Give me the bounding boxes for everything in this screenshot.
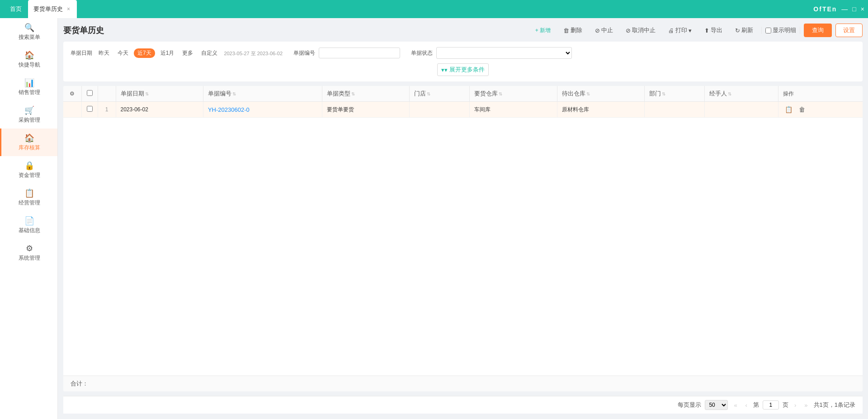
per-page-label: 每页显示 bbox=[678, 401, 701, 409]
home-icon: 🏠 bbox=[24, 51, 34, 59]
shortcut-today[interactable]: 今天 bbox=[115, 48, 131, 58]
tab-close-icon[interactable]: × bbox=[66, 5, 71, 13]
expand-filter-button[interactable]: ▾▾ 展开更多条件 bbox=[437, 63, 489, 76]
sidebar-label-system: 系统管理 bbox=[19, 254, 40, 262]
operations-icon: 📋 bbox=[24, 189, 34, 197]
row-pending-warehouse-cell: 原材料仓库 bbox=[557, 102, 644, 118]
basic-info-icon: 📄 bbox=[24, 217, 34, 225]
refresh-button[interactable]: ↻ 刷新 bbox=[731, 24, 758, 37]
status-select[interactable] bbox=[436, 47, 572, 59]
page-label: 页 bbox=[783, 401, 788, 409]
col-checkbox bbox=[81, 86, 98, 102]
table-container: ⚙ 单据日期 ⇅ bbox=[63, 86, 863, 376]
row-docno-cell[interactable]: YH-20230602-0 bbox=[203, 102, 322, 118]
table-area: ⚙ 单据日期 ⇅ bbox=[63, 86, 863, 391]
col-docno[interactable]: 单据编号 ⇅ bbox=[203, 86, 322, 102]
toolbar-divider2 bbox=[800, 27, 800, 34]
col-doctype[interactable]: 单据类型 ⇅ bbox=[322, 86, 409, 102]
total-label: 合计： bbox=[71, 380, 88, 387]
brand-text: OfTEn bbox=[813, 5, 837, 13]
per-page-select[interactable]: 50 10 20 100 bbox=[705, 400, 728, 410]
docno-input[interactable] bbox=[319, 48, 400, 58]
export-icon: ⬆ bbox=[704, 27, 709, 34]
row-department-cell bbox=[644, 102, 704, 118]
sidebar: 🔍 搜索菜单 🏠 快捷导航 📊 销售管理 🛒 采购管理 🏠 库存核算 🔒 资金管… bbox=[0, 18, 58, 419]
page-jump-label: 第 bbox=[753, 401, 759, 409]
docno-filter: 单据编号 bbox=[293, 48, 400, 58]
sales-icon: 📊 bbox=[24, 79, 34, 87]
tab-requisition-history[interactable]: 要货单历史 × bbox=[28, 0, 77, 18]
col-req-warehouse[interactable]: 要货仓库 ⇅ bbox=[470, 86, 557, 102]
prev-page-button[interactable]: ‹ bbox=[743, 401, 750, 409]
sort-doctype-icon: ⇅ bbox=[351, 91, 355, 96]
sidebar-item-purchase[interactable]: 🛒 采购管理 bbox=[0, 101, 57, 129]
row-checkbox[interactable] bbox=[87, 106, 93, 112]
col-store[interactable]: 门店 ⇅ bbox=[410, 86, 470, 102]
display-detail-checkbox[interactable] bbox=[765, 28, 771, 33]
window-close-icon[interactable]: × bbox=[861, 5, 864, 13]
col-settings[interactable]: ⚙ bbox=[63, 86, 81, 102]
stop-icon: ⊘ bbox=[595, 27, 600, 34]
doc-link[interactable]: YH-20230602-0 bbox=[208, 106, 250, 113]
add-button[interactable]: + 新增 bbox=[531, 24, 555, 37]
expand-icon: ▾▾ bbox=[441, 67, 448, 73]
row-date-cell: 2023-06-02 bbox=[116, 102, 203, 118]
toolbar: + 新增 🗑 删除 ⊘ 中止 ⊘ 取消中止 🖨 打印 ▾ bbox=[531, 24, 863, 37]
shortcut-custom[interactable]: 自定义 bbox=[198, 48, 220, 58]
sidebar-item-system[interactable]: ⚙ 系统管理 bbox=[0, 239, 57, 267]
col-department[interactable]: 部门 ⇅ bbox=[644, 86, 704, 102]
search-icon: 🔍 bbox=[24, 24, 34, 32]
col-num bbox=[98, 86, 116, 102]
data-table: ⚙ 单据日期 ⇅ bbox=[63, 86, 863, 118]
next-page-button[interactable]: › bbox=[792, 401, 798, 409]
cancel-stop-button[interactable]: ⊘ 取消中止 bbox=[621, 24, 660, 37]
date-shortcuts: 昨天 今天 近7天 近1月 更多 自定义 bbox=[96, 48, 220, 58]
delete-button[interactable]: 🗑 删除 bbox=[559, 24, 587, 37]
sidebar-item-quick-nav[interactable]: 🏠 快捷导航 bbox=[0, 46, 57, 73]
sidebar-item-sales[interactable]: 📊 销售管理 bbox=[0, 73, 57, 101]
sort-date-icon: ⇅ bbox=[145, 91, 149, 96]
sidebar-label-sales: 销售管理 bbox=[19, 89, 40, 96]
col-pending-warehouse[interactable]: 待出仓库 ⇅ bbox=[557, 86, 644, 102]
pagination-summary: 共1页，1条记录 bbox=[814, 401, 855, 409]
top-bar: 首页 要货单历史 × OfTEn — □ × bbox=[0, 0, 868, 18]
refresh-icon: ↻ bbox=[735, 27, 740, 34]
status-filter: 单据状态 bbox=[411, 47, 855, 59]
sidebar-item-operations[interactable]: 📋 经营管理 bbox=[0, 184, 57, 211]
page-input[interactable] bbox=[763, 400, 779, 409]
stop-button[interactable]: ⊘ 中止 bbox=[590, 24, 618, 37]
date-filter: 单据日期 昨天 今天 近7天 近1月 更多 自定义 2023-05-27 至 2… bbox=[71, 48, 283, 58]
tab-home[interactable]: 首页 bbox=[4, 0, 28, 18]
select-all-checkbox[interactable] bbox=[87, 90, 93, 96]
display-detail-checkbox-label[interactable]: 显示明细 bbox=[765, 26, 796, 34]
sort-docno-icon: ⇅ bbox=[232, 91, 236, 96]
sidebar-item-basic-info[interactable]: 📄 基础信息 bbox=[0, 211, 57, 239]
window-minimize-icon[interactable]: — bbox=[841, 5, 848, 13]
toolbar-divider bbox=[761, 27, 762, 34]
sidebar-item-inventory[interactable]: 🏠 库存核算 bbox=[0, 129, 57, 156]
last-page-button[interactable]: » bbox=[802, 401, 810, 409]
finance-icon: 🔒 bbox=[24, 162, 34, 170]
page-header: 要货单历史 + 新增 🗑 删除 ⊘ 中止 ⊘ 取消中止 🖨 打印 bbox=[63, 24, 863, 37]
shortcut-1month[interactable]: 近1月 bbox=[158, 48, 177, 58]
export-button[interactable]: ⬆ 导出 bbox=[700, 24, 727, 37]
first-page-button[interactable]: « bbox=[731, 401, 739, 409]
query-button[interactable]: 查询 bbox=[804, 24, 832, 37]
col-handler[interactable]: 经手人 ⇅ bbox=[704, 86, 778, 102]
window-maximize-icon[interactable]: □ bbox=[852, 5, 856, 13]
print-button[interactable]: 🖨 打印 ▾ bbox=[664, 24, 696, 37]
shortcut-more[interactable]: 更多 bbox=[179, 48, 196, 58]
status-filter-label: 单据状态 bbox=[411, 49, 433, 57]
cancel-stop-icon: ⊘ bbox=[626, 27, 631, 34]
sidebar-item-finance[interactable]: 🔒 资金管理 bbox=[0, 156, 57, 184]
col-date[interactable]: 单据日期 ⇅ bbox=[116, 86, 203, 102]
shortcut-7days[interactable]: 近7天 bbox=[134, 48, 155, 58]
row-edit-icon[interactable]: 📋 bbox=[783, 105, 794, 114]
settings-button[interactable]: 设置 bbox=[835, 24, 863, 37]
shortcut-yesterday[interactable]: 昨天 bbox=[96, 48, 112, 58]
sidebar-item-search-menu[interactable]: 🔍 搜索菜单 bbox=[0, 18, 57, 46]
row-action-cell: 📋 🗑 bbox=[778, 102, 863, 118]
date-range-text: 2023-05-27 至 2023-06-02 bbox=[224, 50, 283, 57]
row-delete-icon[interactable]: 🗑 bbox=[797, 105, 807, 114]
action-icons: 📋 🗑 bbox=[783, 105, 858, 114]
